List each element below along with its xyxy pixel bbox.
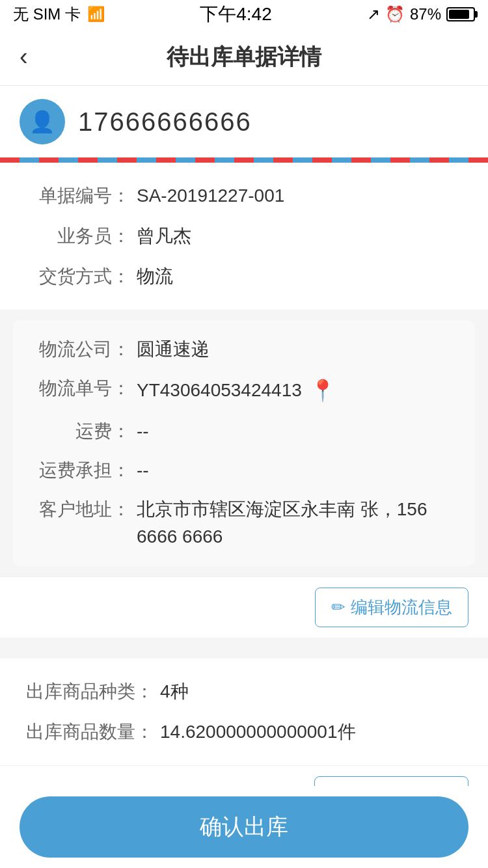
logistics-tracking-row: 物流单号： YT43064053424413 📍 (33, 375, 455, 406)
battery-percent: 87% (410, 5, 441, 23)
avatar: 👤 (20, 99, 65, 144)
dashed-divider (0, 157, 488, 163)
wifi-icon: 📶 (87, 6, 105, 23)
edit-btn-label: 编辑物流信息 (351, 596, 452, 619)
confirm-btn-wrapper: 确认出库 (0, 786, 488, 868)
status-time: 下午4:42 (200, 2, 272, 27)
edit-btn-container: ✏ 编辑物流信息 (0, 576, 488, 638)
logistics-box: 物流公司： 圆通速递 物流单号： YT43064053424413 📍 运费： … (13, 320, 475, 566)
alarm-icon: ⏰ (385, 5, 405, 23)
customer-header: 👤 17666666666 (0, 86, 488, 157)
back-button[interactable]: ‹ (20, 43, 59, 71)
status-right: ↗ ⏰ 87% (367, 5, 475, 23)
goods-types-row: 出库商品种类： 4种 (26, 678, 462, 705)
goods-quantity-value: 14.620000000000001件 (160, 718, 462, 746)
freight-value: -- (137, 418, 455, 445)
tracking-number: YT43064053424413 (137, 377, 302, 404)
section-divider (0, 638, 488, 648)
logistics-tracking-value: YT43064053424413 📍 (137, 375, 455, 406)
order-info-section: 单据编号： SA-20191227-001 业务员： 曾凡杰 交货方式： 物流 (0, 163, 488, 310)
order-number-label: 单据编号： (26, 182, 130, 210)
logistics-company-row: 物流公司： 圆通速递 (33, 336, 455, 363)
map-pin-icon[interactable]: 📍 (310, 375, 336, 406)
goods-section: 出库商品种类： 4种 出库商品数量： 14.620000000000001件 (0, 658, 488, 765)
battery-fill (449, 10, 469, 19)
location-icon: ↗ (367, 5, 380, 23)
battery-icon (446, 7, 475, 21)
address-label: 客户地址： (33, 496, 130, 523)
freight-label: 运费： (33, 418, 130, 445)
address-value: 北京市市辖区海淀区永丰南 张，156 6666 6666 (137, 496, 455, 550)
edit-icon: ✏ (331, 597, 346, 617)
order-number-row: 单据编号： SA-20191227-001 (26, 182, 462, 210)
goods-types-label: 出库商品种类： (26, 678, 154, 705)
freight-bear-row: 运费承担： -- (33, 457, 455, 484)
delivery-label: 交货方式： (26, 263, 130, 290)
freight-row: 运费： -- (33, 418, 455, 445)
page-title: 待出库单据详情 (59, 42, 429, 72)
logistics-company-label: 物流公司： (33, 336, 130, 363)
goods-quantity-label: 出库商品数量： (26, 718, 154, 746)
nav-bar: ‹ 待出库单据详情 (0, 29, 488, 86)
status-bar: 无 SIM 卡 📶 下午4:42 ↗ ⏰ 87% (0, 0, 488, 29)
salesman-value: 曾凡杰 (137, 223, 462, 250)
goods-quantity-row: 出库商品数量： 14.620000000000001件 (26, 718, 462, 746)
freight-bear-label: 运费承担： (33, 457, 130, 484)
delivery-value: 物流 (137, 263, 462, 290)
freight-bear-value: -- (137, 457, 455, 484)
goods-types-value: 4种 (160, 678, 462, 705)
confirm-outbound-button[interactable]: 确认出库 (20, 796, 468, 858)
order-number-value: SA-20191227-001 (137, 182, 462, 210)
salesman-label: 业务员： (26, 223, 130, 250)
customer-phone: 17666666666 (78, 107, 252, 137)
avatar-icon: 👤 (29, 109, 55, 134)
delivery-row: 交货方式： 物流 (26, 263, 462, 290)
status-left: 无 SIM 卡 📶 (13, 4, 105, 25)
carrier-label: 无 SIM 卡 (13, 4, 81, 25)
logistics-tracking-label: 物流单号： (33, 375, 130, 402)
salesman-row: 业务员： 曾凡杰 (26, 223, 462, 250)
logistics-company-value: 圆通速递 (137, 336, 455, 363)
address-row: 客户地址： 北京市市辖区海淀区永丰南 张，156 6666 6666 (33, 496, 455, 550)
edit-logistics-button[interactable]: ✏ 编辑物流信息 (315, 588, 468, 627)
